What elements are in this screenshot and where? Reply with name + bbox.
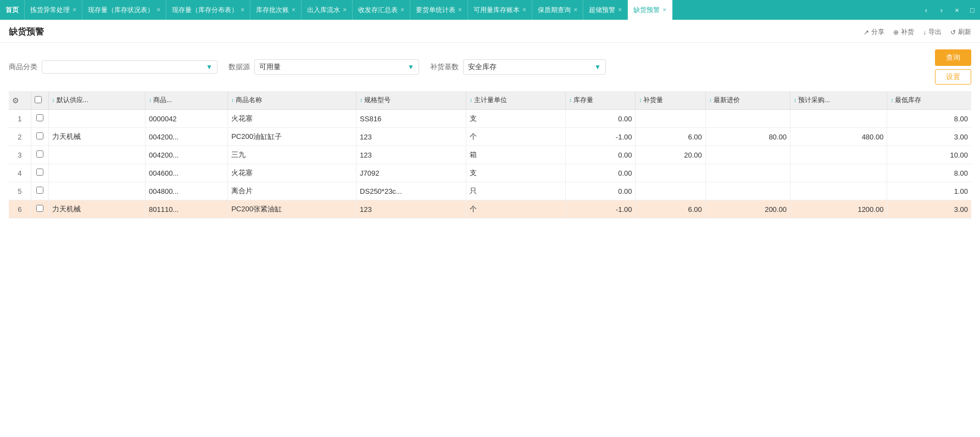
th-est-purchase[interactable]: ↕ 预计采购... — [790, 91, 887, 110]
tab-receive-summary-close[interactable]: × — [400, 6, 404, 14]
tab-close-all-btn[interactable]: × — [949, 0, 965, 20]
tab-available-ledger[interactable]: 可用量库存账本 × — [468, 0, 532, 20]
replenish-action[interactable]: ⊕ 补货 — [893, 27, 914, 37]
th-replenish-qty[interactable]: ↕ 补货量 — [636, 91, 705, 110]
tab-shortage[interactable]: 缺货预警 × — [628, 0, 672, 20]
tab-expiry-query-close[interactable]: × — [573, 6, 577, 14]
tab-home[interactable]: 首页 — [0, 0, 25, 20]
row-est-purchase-5 — [790, 182, 887, 200]
row-checkbox-cell-2[interactable] — [31, 128, 48, 146]
datasource-select[interactable]: 可用量 ▼ — [254, 59, 419, 75]
th-spec[interactable]: ↕ 规格型号 — [357, 91, 466, 110]
th-stock[interactable]: ↕ 库存量 — [566, 91, 636, 110]
share-icon: ↗ — [864, 29, 869, 36]
tab-inventory-dist[interactable]: 现存量（库存分布表） × — [166, 0, 250, 20]
th-est-purchase-sort-icon: ↕ — [794, 97, 797, 103]
row-spec-1: SS816 — [357, 110, 466, 128]
tab-order-stats[interactable]: 要货单统计表 × — [410, 0, 468, 20]
row-checkbox-6[interactable] — [36, 205, 43, 212]
row-unit-6: 个 — [466, 200, 566, 218]
tab-prev-btn[interactable]: ‹ — [918, 0, 934, 20]
page-title: 缺货预警 — [9, 26, 44, 38]
refresh-action[interactable]: ↺ 刷新 — [950, 27, 971, 37]
th-goods-name-sort-icon: ↕ — [231, 97, 234, 103]
row-latest-price-1 — [705, 110, 790, 128]
tab-inventory-status-close[interactable]: × — [157, 6, 160, 14]
tab-inventory-status-label: 现存量（库存状况表） — [88, 5, 154, 15]
datasource-filter-group: 数据源 可用量 ▼ — [229, 59, 419, 75]
tab-inout-flow[interactable]: 出入库流水 × — [302, 0, 353, 20]
row-supplier-1 — [48, 110, 145, 128]
replenish-select[interactable]: 安全库存 ▼ — [463, 59, 606, 75]
th-supplier[interactable]: ↕ 默认供应... — [48, 91, 145, 110]
th-unit-label: 主计量单位 — [474, 96, 507, 105]
tab-available-ledger-close[interactable]: × — [522, 6, 526, 14]
datasource-dropdown-icon: ▼ — [408, 63, 414, 71]
tab-overstock-label: 超储预警 — [589, 5, 615, 15]
th-est-purchase-label: 预计采购... — [798, 96, 830, 105]
row-replenish-qty-3: 20.00 — [636, 146, 705, 164]
tab-batch-account[interactable]: 库存批次账 × — [250, 0, 302, 20]
query-button[interactable]: 查询 — [935, 49, 971, 66]
row-checkbox-1[interactable] — [36, 114, 43, 121]
th-goods-name[interactable]: ↕ 商品名称 — [228, 91, 357, 110]
row-goods-id-5: 004800... — [145, 182, 227, 200]
tab-overstock[interactable]: 超储预警 × — [583, 0, 628, 20]
category-select[interactable]: ▼ — [42, 60, 218, 74]
tab-inout-flow-close[interactable]: × — [343, 6, 347, 14]
tab-exception-close[interactable]: × — [73, 6, 76, 14]
replenish-filter-label: 补货基数 — [430, 62, 459, 72]
row-replenish-qty-6: 6.00 — [636, 200, 705, 218]
replenish-select-value: 安全库存 — [468, 62, 497, 72]
tab-receive-summary[interactable]: 收发存汇总表 × — [353, 0, 410, 20]
tab-next-btn[interactable]: › — [934, 0, 949, 20]
tab-overstock-close[interactable]: × — [618, 6, 622, 14]
tab-receive-summary-label: 收发存汇总表 — [358, 5, 398, 15]
filter-actions: 查询 设置 — [935, 49, 971, 85]
row-min-stock-3: 10.00 — [887, 146, 971, 164]
row-checkbox-cell-3[interactable] — [31, 146, 48, 164]
row-latest-price-4 — [705, 164, 790, 182]
th-goods-id[interactable]: ↕ 商品... — [145, 91, 227, 110]
row-min-stock-6: 3.00 — [887, 200, 971, 218]
share-action[interactable]: ↗ 分享 — [864, 27, 884, 37]
settings-gear-icon[interactable]: ⚙ — [12, 96, 19, 105]
th-unit[interactable]: ↕ 主计量单位 — [466, 91, 566, 110]
row-checkbox-5[interactable] — [36, 187, 43, 194]
row-num-6: 6 — [9, 200, 31, 218]
table-row: 5 004800... 离合片 DS250*23c... 只 0.00 1.00 — [9, 182, 971, 200]
row-unit-5: 只 — [466, 182, 566, 200]
row-checkbox-4[interactable] — [36, 169, 43, 176]
tab-batch-account-close[interactable]: × — [292, 6, 296, 14]
row-num-5: 5 — [9, 182, 31, 200]
row-stock-1: 0.00 — [566, 110, 636, 128]
row-stock-6: -1.00 — [566, 200, 636, 218]
row-checkbox-cell-5[interactable] — [31, 182, 48, 200]
row-stock-3: 0.00 — [566, 146, 636, 164]
th-latest-price[interactable]: ↕ 最新进价 — [705, 91, 790, 110]
settings-button[interactable]: 设置 — [935, 69, 971, 85]
tab-inventory-dist-close[interactable]: × — [241, 6, 244, 14]
tab-exception[interactable]: 拣货异常处理 × — [25, 0, 82, 20]
row-checkbox-cell-1[interactable] — [31, 110, 48, 128]
row-checkbox-3[interactable] — [36, 150, 43, 158]
category-filter-group: 商品分类 ▼ — [9, 60, 218, 74]
row-spec-3: 123 — [357, 146, 466, 164]
export-action[interactable]: ↓ 导出 — [923, 27, 942, 37]
row-unit-3: 箱 — [466, 146, 566, 164]
tab-shortage-close[interactable]: × — [662, 6, 666, 14]
table-row: 4 004600... 火花塞 J7092 支 0.00 8.00 — [9, 164, 971, 182]
tab-inventory-status[interactable]: 现存量（库存状况表） × — [82, 0, 166, 20]
row-checkbox-2[interactable] — [36, 132, 43, 139]
th-settings[interactable]: ⚙ — [9, 91, 31, 110]
row-goods-name-1: 火花塞 — [228, 110, 357, 128]
th-min-stock[interactable]: ↕ 最低库存 — [887, 91, 971, 110]
row-checkbox-cell-6[interactable] — [31, 200, 48, 218]
row-checkbox-cell-4[interactable] — [31, 164, 48, 182]
select-all-checkbox[interactable] — [35, 96, 42, 103]
replenish-icon: ⊕ — [893, 29, 899, 36]
tab-expiry-query[interactable]: 保质期查询 × — [532, 0, 583, 20]
row-replenish-qty-4 — [636, 164, 705, 182]
tab-order-stats-close[interactable]: × — [458, 6, 462, 14]
tab-maximize-btn[interactable]: □ — [965, 0, 980, 20]
